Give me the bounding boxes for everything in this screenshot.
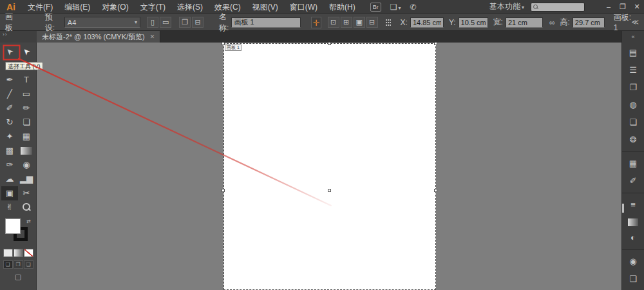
dock-collapse-icon[interactable]: «: [621, 31, 644, 43]
cross-hair-button[interactable]: ⊞: [341, 17, 352, 28]
artboard-name-tag: 画板 1: [225, 44, 242, 51]
reference-point-locator[interactable]: [386, 19, 392, 26]
screen-mode-button[interactable]: ▢: [12, 272, 24, 281]
pen-tool[interactable]: ✒: [1, 73, 18, 87]
brush-libraries-icon[interactable]: ✐: [625, 173, 641, 189]
artboard-panel-label: 画板: [5, 12, 17, 34]
gradient-mode-button[interactable]: [14, 249, 23, 257]
height-input[interactable]: [573, 17, 605, 28]
panel-dock: ▤☰❐◍❏❂▦✐≡◐◉❑≣⊞: [621, 43, 644, 290]
artboard[interactable]: 画板 1: [223, 43, 436, 290]
handle-top-left[interactable]: [222, 43, 225, 45]
ruler-button[interactable]: ⊟: [366, 17, 378, 28]
delete-artboard-button[interactable]: ⊟: [192, 17, 204, 28]
collapse-control-bar-icon[interactable]: ≪: [631, 18, 639, 26]
rotate-tool[interactable]: ↻: [1, 115, 18, 130]
swatch-groups-icon[interactable]: ❐: [625, 80, 641, 95]
slice-tool[interactable]: ✂: [18, 186, 35, 200]
line-segment-tool[interactable]: ╱: [1, 87, 18, 101]
handle-mid-right[interactable]: [434, 189, 437, 192]
new-artboard-button[interactable]: ❐: [179, 17, 191, 28]
preset-label: 预设:: [45, 12, 61, 34]
artboard-view-buttons: ⊡⊞▣⊟: [328, 17, 379, 28]
x-label: X:: [401, 18, 408, 27]
x-input[interactable]: [410, 17, 444, 28]
color-mode-button[interactable]: [3, 249, 13, 257]
gradient-icon[interactable]: [628, 218, 638, 226]
perspective-grid-tool[interactable]: ▦: [18, 130, 35, 144]
symbol-link-icon[interactable]: ❂: [625, 132, 641, 148]
artboard-name-input[interactable]: [231, 17, 301, 28]
swatches-icon[interactable]: ▦: [625, 156, 641, 171]
graphic-styles-icon[interactable]: ❑: [625, 271, 641, 287]
blend-tool[interactable]: ◉: [18, 158, 35, 172]
draw-inside-button[interactable]: ❏: [24, 260, 33, 269]
shape-builder-tool[interactable]: ✦: [1, 130, 18, 144]
artboard-count: 画板: 1: [614, 12, 632, 32]
pencil-tool[interactable]: ✏: [18, 101, 35, 115]
artboard-tool[interactable]: ▣: [1, 186, 18, 200]
center-mark-button[interactable]: ⊡: [328, 17, 339, 28]
direct-selection-tool[interactable]: ➤: [15, 41, 37, 63]
zoom-tool[interactable]: [18, 200, 23, 215]
close-icon[interactable]: ✕: [150, 31, 155, 43]
search-input[interactable]: [538, 3, 578, 10]
symbols-icon[interactable]: ❏: [625, 115, 641, 130]
separator: [622, 193, 644, 193]
fill-stroke-swatches: ⇄: [5, 218, 31, 246]
color-panel-icon[interactable]: ▤: [625, 45, 641, 61]
paintbrush-tool[interactable]: ✐: [1, 101, 18, 115]
width-input[interactable]: [506, 17, 543, 28]
close-button[interactable]: ✕: [630, 3, 644, 11]
color-guide-icon[interactable]: ☰: [625, 63, 641, 78]
brushes-icon[interactable]: ◍: [625, 97, 641, 113]
app-logo: Ai: [0, 2, 22, 12]
graph-tool[interactable]: ▂▆: [18, 172, 35, 186]
landscape-button[interactable]: ▭: [160, 17, 171, 28]
constrain-proportions-icon[interactable]: ∞: [549, 18, 555, 27]
move-artwork-toggle[interactable]: ✛: [311, 17, 321, 28]
handle-top-center[interactable]: [328, 43, 331, 45]
transparency-icon[interactable]: ◐: [625, 230, 641, 246]
separator: [622, 151, 644, 152]
dock-flyout-tab[interactable]: [622, 204, 624, 213]
mesh-tool[interactable]: ▩: [1, 144, 18, 158]
video-safe-button[interactable]: ▣: [354, 17, 365, 28]
y-input[interactable]: [459, 17, 488, 28]
rectangle-tool[interactable]: ▭: [18, 87, 35, 101]
preset-dropdown[interactable]: A4 ▾: [64, 17, 140, 28]
workspace-switcher[interactable]: 基本功能▾: [489, 1, 524, 12]
height-label: 高:: [560, 17, 570, 28]
handle-mid-left[interactable]: [222, 189, 225, 192]
draw-behind-button[interactable]: ❐: [14, 260, 23, 269]
tool-tooltip: 选择工具 (V): [5, 62, 43, 70]
menu-item-help[interactable]: 帮助(H): [323, 0, 361, 14]
search-box[interactable]: [531, 3, 585, 12]
type-tool[interactable]: T: [18, 73, 35, 87]
fill-swatch[interactable]: [5, 218, 21, 234]
menu-item-select[interactable]: 选择(S): [171, 0, 209, 14]
handle-center[interactable]: [328, 189, 331, 192]
none-mode-button[interactable]: [24, 249, 33, 257]
free-transform-tool[interactable]: ❏: [18, 115, 35, 130]
appearance-icon[interactable]: ◉: [625, 254, 641, 269]
stroke-icon[interactable]: ≡: [625, 197, 641, 213]
eyedropper-tool[interactable]: ✑: [1, 158, 18, 172]
bridge-button[interactable]: Br: [370, 3, 381, 12]
restore-button[interactable]: ❐: [616, 3, 630, 11]
cs-live-icon[interactable]: ✆: [410, 3, 416, 12]
canvas[interactable]: 画板 1: [37, 43, 621, 290]
hand-tool[interactable]: ✌: [1, 200, 18, 215]
width-label: 宽:: [493, 17, 503, 28]
minimize-button[interactable]: –: [601, 3, 616, 11]
draw-normal-button[interactable]: ❏: [3, 260, 13, 269]
drawing-mode-buttons: ❏❐❏: [0, 260, 36, 269]
arrange-documents-icon[interactable]: ❏▾: [390, 3, 401, 12]
symbol-sprayer-tool[interactable]: ☁: [1, 172, 18, 186]
name-label: 名称:: [219, 12, 229, 34]
chevron-down-icon: ▾: [135, 19, 137, 25]
handle-top-right[interactable]: [434, 43, 437, 45]
portrait-button[interactable]: ▯: [147, 17, 158, 28]
gradient-tool[interactable]: [21, 147, 32, 155]
swap-fill-stroke-icon[interactable]: ⇄: [26, 218, 31, 224]
